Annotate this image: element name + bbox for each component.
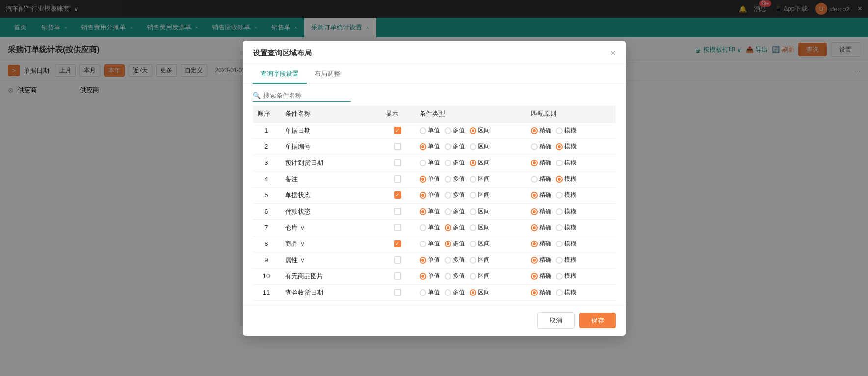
table-row: 2单据编号单值多值区间精确模糊 [253, 138, 616, 155]
type-radio-6-0[interactable]: 单值 [420, 223, 440, 232]
row-show-8[interactable] [381, 252, 414, 268]
checkbox-10[interactable] [394, 289, 401, 296]
type-radio-8-1[interactable]: 多值 [445, 256, 465, 264]
match-radio-3-1[interactable]: 模糊 [556, 175, 576, 183]
row-show-6[interactable] [381, 219, 414, 236]
checkbox-8[interactable] [394, 256, 401, 264]
type-radio-7-2[interactable]: 区间 [470, 240, 490, 248]
type-radio-4-2[interactable]: 区间 [470, 191, 490, 199]
type-radio-8-0[interactable]: 单值 [420, 256, 440, 264]
row-name-10: 查验收货日期 [280, 284, 381, 300]
match-radio-7-1[interactable]: 模糊 [556, 240, 576, 248]
type-radio-0-1[interactable]: 多值 [445, 126, 465, 134]
type-radio-4-1[interactable]: 多值 [445, 191, 465, 199]
cancel-button[interactable]: 取消 [537, 312, 575, 329]
type-radio-10-0[interactable]: 单值 [420, 288, 440, 296]
type-radio-5-0[interactable]: 单值 [420, 207, 440, 215]
match-radio-8-0[interactable]: 精确 [531, 256, 551, 264]
match-radio-0-1[interactable]: 模糊 [556, 126, 576, 134]
type-radio-6-2[interactable]: 区间 [470, 223, 490, 232]
dialog-tab-1[interactable]: 布局调整 [307, 64, 348, 84]
row-show-1[interactable] [381, 138, 414, 155]
row-match-5: 精确模糊 [526, 203, 615, 219]
match-radio-9-1[interactable]: 模糊 [556, 272, 576, 280]
match-radio-2-1[interactable]: 模糊 [556, 159, 576, 167]
match-radio-10-1[interactable]: 模糊 [556, 288, 576, 296]
match-radio-7-0[interactable]: 精确 [531, 240, 551, 248]
row-show-3[interactable] [381, 171, 414, 187]
type-radio-10-1[interactable]: 多值 [445, 288, 465, 296]
match-radio-1-1[interactable]: 模糊 [556, 142, 576, 151]
match-radio-10-0[interactable]: 精确 [531, 288, 551, 296]
checkbox-9[interactable] [394, 272, 401, 280]
dialog-body: 顺序 条件名称 显示 条件类型 匹配原则 1单据日期单值多值区间精确模糊2单据编… [243, 106, 626, 305]
table-row: 6付款状态单值多值区间精确模糊 [253, 203, 616, 219]
type-radio-6-1[interactable]: 多值 [445, 223, 465, 232]
table-row: 4备注单值多值区间精确模糊 [253, 171, 616, 187]
type-radio-1-0[interactable]: 单值 [420, 142, 440, 151]
type-radio-8-2[interactable]: 区间 [470, 256, 490, 264]
checkbox-7[interactable] [394, 240, 401, 247]
table-row: 9属性 ∨单值多值区间精确模糊 [253, 252, 616, 268]
checkbox-6[interactable] [394, 224, 401, 231]
match-radio-9-0[interactable]: 精确 [531, 272, 551, 280]
row-show-7[interactable] [381, 236, 414, 252]
type-radio-2-0[interactable]: 单值 [420, 159, 440, 167]
row-match-0: 精确模糊 [526, 122, 615, 138]
match-radio-4-1[interactable]: 模糊 [556, 191, 576, 199]
row-order-4: 5 [253, 187, 281, 203]
row-show-0[interactable] [381, 122, 414, 138]
type-radio-5-1[interactable]: 多值 [445, 207, 465, 215]
type-radio-0-0[interactable]: 单值 [420, 126, 440, 134]
checkbox-4[interactable] [394, 191, 401, 199]
match-radio-5-0[interactable]: 精确 [531, 207, 551, 215]
checkbox-3[interactable] [394, 175, 401, 183]
type-radio-3-1[interactable]: 多值 [445, 175, 465, 183]
row-show-5[interactable] [381, 203, 414, 219]
type-radio-0-2[interactable]: 区间 [470, 126, 490, 134]
row-type-9: 单值多值区间 [415, 268, 526, 284]
type-radio-2-2[interactable]: 区间 [470, 159, 490, 167]
type-radio-10-2[interactable]: 区间 [470, 288, 490, 296]
match-radio-5-1[interactable]: 模糊 [556, 207, 576, 215]
checkbox-5[interactable] [394, 208, 401, 215]
row-order-3: 4 [253, 171, 281, 187]
row-name-2: 预计到货日期 [280, 155, 381, 171]
match-radio-4-0[interactable]: 精确 [531, 191, 551, 199]
type-radio-9-0[interactable]: 单值 [420, 272, 440, 280]
type-radio-1-1[interactable]: 多值 [445, 142, 465, 151]
dialog-close-btn[interactable]: × [610, 49, 616, 57]
row-show-10[interactable] [381, 284, 414, 300]
match-radio-0-0[interactable]: 精确 [531, 126, 551, 134]
row-name-4: 单据状态 [280, 187, 381, 203]
type-radio-7-1[interactable]: 多值 [445, 240, 465, 248]
row-show-4[interactable] [381, 187, 414, 203]
search-input[interactable] [263, 92, 342, 99]
checkbox-0[interactable] [394, 127, 401, 134]
checkbox-1[interactable] [394, 143, 401, 150]
row-show-9[interactable] [381, 268, 414, 284]
match-radio-8-1[interactable]: 模糊 [556, 256, 576, 264]
type-radio-5-2[interactable]: 区间 [470, 207, 490, 215]
type-radio-2-1[interactable]: 多值 [445, 159, 465, 167]
checkbox-2[interactable] [394, 159, 401, 166]
match-radio-3-0[interactable]: 精确 [531, 175, 551, 183]
type-radio-9-2[interactable]: 区间 [470, 272, 490, 280]
row-match-1: 精确模糊 [526, 138, 615, 155]
type-radio-7-0[interactable]: 单值 [420, 240, 440, 248]
match-radio-6-0[interactable]: 精确 [531, 223, 551, 232]
save-button[interactable]: 保存 [579, 313, 616, 328]
dialog-tab-0[interactable]: 查询字段设置 [253, 64, 307, 84]
type-radio-3-0[interactable]: 单值 [420, 175, 440, 183]
match-radio-1-0[interactable]: 精确 [531, 142, 551, 151]
row-match-8: 精确模糊 [526, 252, 615, 268]
match-radio-6-1[interactable]: 模糊 [556, 223, 576, 232]
row-order-5: 6 [253, 203, 281, 219]
match-radio-2-0[interactable]: 精确 [531, 159, 551, 167]
type-radio-3-2[interactable]: 区间 [470, 175, 490, 183]
table-row: 11查验收货日期单值多值区间精确模糊 [253, 284, 616, 300]
type-radio-4-0[interactable]: 单值 [420, 191, 440, 199]
row-show-2[interactable] [381, 155, 414, 171]
type-radio-1-2[interactable]: 区间 [470, 142, 490, 151]
type-radio-9-1[interactable]: 多值 [445, 272, 465, 280]
